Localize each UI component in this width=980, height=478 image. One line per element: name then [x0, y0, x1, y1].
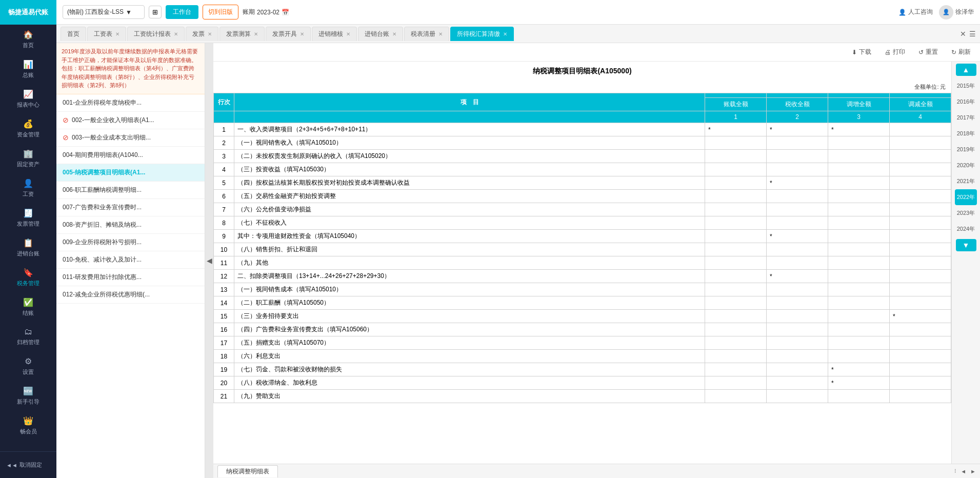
collapse-panel-button[interactable]: ◀ [205, 43, 213, 478]
workbench-button[interactable]: 工作台 [166, 5, 198, 19]
refresh-button[interactable]: ↻ 刷新 [947, 46, 975, 58]
sidebar-item-newbie[interactable]: 🆕 新手引导 [0, 381, 56, 411]
sidebar-item-asset-mgmt[interactable]: 💰 资金管理 [0, 114, 56, 144]
row-col4[interactable] [890, 203, 951, 216]
tab-invoice-in[interactable]: 进销稽核 ✕ [312, 27, 357, 41]
tab-invoice-ledger[interactable]: 进销台账 ✕ [358, 27, 403, 41]
row-col1[interactable] [705, 243, 767, 256]
row-col1[interactable] [705, 323, 767, 336]
left-item-001[interactable]: 001-企业所得税年度纳税申... [56, 94, 205, 112]
copy-icon-btn[interactable]: ⊞ [149, 6, 162, 18]
year-up-button[interactable]: ▲ [956, 64, 976, 76]
row-col2[interactable] [767, 190, 828, 203]
tab-invoice-open-close[interactable]: ✕ [300, 31, 304, 37]
row-col3[interactable] [828, 283, 890, 296]
row-col4[interactable] [890, 150, 951, 163]
row-col4[interactable] [890, 230, 951, 243]
row-col1[interactable] [705, 270, 767, 283]
row-col2[interactable] [767, 203, 828, 216]
tab-invoice[interactable]: 发票 ✕ [186, 27, 218, 41]
row-col1[interactable] [705, 336, 767, 350]
table-row[interactable]: 7 （六）公允价值变动净损益 [214, 203, 951, 216]
row-col2[interactable] [767, 136, 828, 150]
table-row[interactable]: 11 （九）其他 [214, 256, 951, 270]
year-item[interactable]: 2016年 [955, 94, 977, 110]
year-item[interactable]: 2018年 [955, 126, 977, 142]
row-col3[interactable]: * [828, 376, 890, 390]
row-col4[interactable] [890, 296, 951, 310]
sidebar-item-archive[interactable]: 🗂 归档管理 [0, 322, 56, 351]
row-col4[interactable] [890, 243, 951, 256]
row-col3[interactable] [828, 243, 890, 256]
row-col3[interactable] [828, 150, 890, 163]
table-row[interactable]: 2 （一）视同销售收入（填写A105010） [214, 136, 951, 150]
row-col2[interactable]: * [767, 230, 828, 243]
row-col4[interactable] [890, 323, 951, 336]
user-info[interactable]: 👤 徐泽华 [939, 5, 974, 19]
scroll-right-btn[interactable]: ► [970, 468, 976, 474]
row-col3[interactable]: * [828, 123, 890, 136]
table-row[interactable]: 5 （四）按权益法核算长期股权投资对初始投资成本调整确认收益 * [214, 176, 951, 190]
left-item-005[interactable]: 005-纳税调整项目明细表(A1... [56, 164, 205, 182]
row-col3[interactable] [828, 136, 890, 150]
left-item-002[interactable]: ⊘ 002-一般企业收入明细表(A1... [56, 112, 205, 129]
row-col2[interactable] [767, 323, 828, 336]
table-row[interactable]: 1 一、收入类调整项目（2+3+4+5+6+7+8+10+11） * * * [214, 123, 951, 136]
row-col4[interactable] [890, 190, 951, 203]
row-col4[interactable] [890, 336, 951, 350]
close-all-tabs-button[interactable]: ✕ [960, 30, 966, 38]
left-item-010[interactable]: 010-免税、减计收入及加计... [56, 251, 205, 269]
row-col2[interactable] [767, 216, 828, 230]
row-col3[interactable] [828, 163, 890, 176]
sidebar-item-settlement[interactable]: ✅ 结账 [0, 292, 56, 322]
row-col1[interactable] [705, 296, 767, 310]
row-col2[interactable] [767, 150, 828, 163]
row-col1[interactable] [705, 150, 767, 163]
row-col3[interactable] [828, 190, 890, 203]
tab-invoice-in-close[interactable]: ✕ [346, 31, 350, 37]
left-item-009[interactable]: 009-企业所得税附补亏损明... [56, 234, 205, 251]
tab-invoice-open[interactable]: 发票开具 ✕ [266, 27, 311, 41]
left-item-012[interactable]: 012-减免企业所得税优惠明细(... [56, 286, 205, 304]
row-col2[interactable] [767, 243, 828, 256]
table-row[interactable]: 6 （五）交易性金融资产初始投资调整 [214, 190, 951, 203]
row-col3[interactable] [828, 176, 890, 190]
tab-salary-close[interactable]: ✕ [115, 31, 119, 37]
sidebar-item-home[interactable]: 🏠 首页 [0, 25, 56, 54]
row-col2[interactable] [767, 163, 828, 176]
row-col1[interactable] [705, 390, 767, 403]
reset-button[interactable]: ↺ 重置 [914, 46, 942, 58]
row-col2[interactable] [767, 390, 828, 403]
tab-tax-clear-close[interactable]: ✕ [438, 31, 443, 37]
row-col3[interactable] [828, 216, 890, 230]
sidebar-item-settings[interactable]: ⚙ 设置 [0, 351, 56, 381]
tab-invoice-close[interactable]: ✕ [208, 31, 212, 37]
row-col4[interactable] [890, 123, 951, 136]
service-button[interactable]: 👤 人工咨询 [898, 8, 933, 16]
table-row[interactable]: 20 （八）税收滞纳金、加收利息 * [214, 376, 951, 390]
sidebar-item-invoice-ledger[interactable]: 📋 进销台账 [0, 233, 56, 263]
left-item-003[interactable]: ⊘ 003-一般企业成本支出明细... [56, 129, 205, 147]
table-row[interactable]: 8 （七）不征税收入 [214, 216, 951, 230]
tab-salary-report-close[interactable]: ✕ [174, 31, 178, 37]
table-row[interactable]: 17 （五）捐赠支出（填写A105070） [214, 336, 951, 350]
row-col1[interactable] [705, 176, 767, 190]
row-col2[interactable] [767, 350, 828, 363]
row-col2[interactable] [767, 363, 828, 376]
row-col3[interactable] [828, 310, 890, 323]
row-col4[interactable] [890, 270, 951, 283]
table-row[interactable]: 3 （二）未按权责发生制原则确认的收入（填写A105020） [214, 150, 951, 163]
left-item-008[interactable]: 008-资产折旧、摊销及纳税... [56, 216, 205, 234]
tab-income-tax-close[interactable]: ✕ [503, 31, 507, 37]
year-item[interactable]: 2015年 [955, 78, 977, 94]
row-col1[interactable]: * [705, 123, 767, 136]
tab-invoice-calc[interactable]: 发票测算 ✕ [219, 27, 265, 41]
row-col1[interactable] [705, 190, 767, 203]
row-col2[interactable]: * [767, 123, 828, 136]
print-button[interactable]: 🖨 打印 [881, 46, 909, 58]
year-item[interactable]: 2023年 [955, 205, 977, 221]
year-item[interactable]: 2022年 [955, 189, 977, 205]
tab-salary[interactable]: 工资表 ✕ [87, 27, 126, 41]
row-col2[interactable]: * [767, 176, 828, 190]
left-item-011[interactable]: 011-研发费用加计扣除优惠... [56, 269, 205, 286]
